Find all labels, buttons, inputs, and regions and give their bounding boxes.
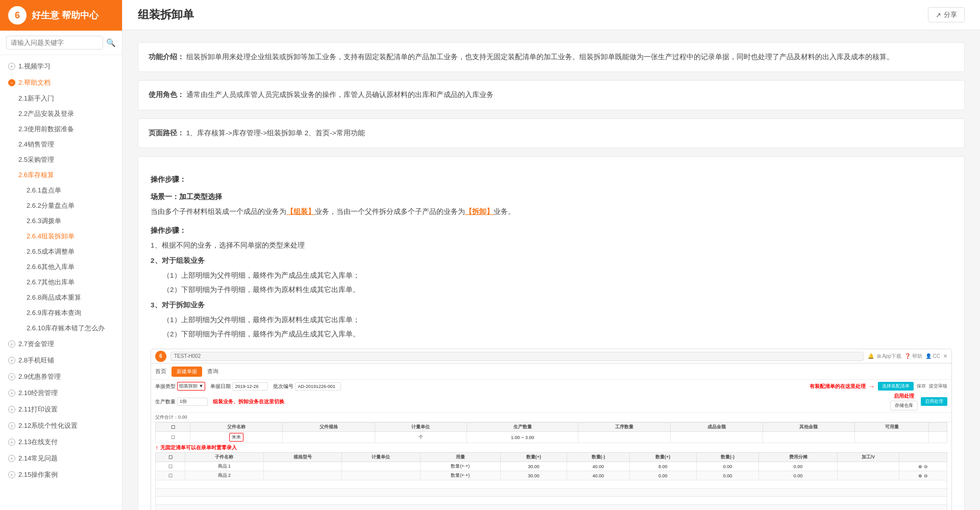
ss-td-sub-qm2: 0.00 bbox=[696, 462, 759, 471]
ss-th-sub-work: 加工/V bbox=[837, 453, 899, 462]
sidebar-item-210[interactable]: + 2.10经营管理 bbox=[0, 385, 122, 401]
table-row: ☐ 米米 个 1.00 ~ 3.00 bbox=[156, 432, 947, 443]
sidebar-item-27[interactable]: + 2.7资金管理 bbox=[0, 336, 122, 352]
ss-th-checkbox: ☐ bbox=[156, 423, 190, 432]
sidebar-item-label: 2.7资金管理 bbox=[18, 339, 54, 349]
expand-icon: + bbox=[8, 341, 15, 348]
sidebar-item-268[interactable]: 2.6.8商品成本重算 bbox=[0, 290, 122, 305]
screenshot-container: 6 TEST-H002 🔔 ⊞ App下载 ❓ 帮助 👤 CC ✕ bbox=[151, 349, 952, 510]
ss-btn-assembly[interactable]: 选择装配清单 bbox=[878, 382, 914, 391]
sidebar-item-265[interactable]: 2.6.5成本调整单 bbox=[0, 244, 122, 259]
table-row bbox=[156, 480, 947, 489]
sidebar-item-docs[interactable]: − 2.帮助文档 bbox=[0, 75, 122, 91]
ss-th-sub-dosage: 用量 bbox=[420, 453, 500, 462]
ss-enable-area: 启用处理 存储仓库 bbox=[890, 393, 918, 410]
ss-td-empty bbox=[156, 480, 947, 489]
nav-list: + 1.视频学习 − 2.帮助文档 2.1新手入门 2.2产品安装及登录 2.3… bbox=[0, 55, 122, 510]
collapse-icon: − bbox=[8, 79, 15, 86]
ss-th-unit: 计量单位 bbox=[375, 423, 467, 432]
ss-td-sub-work bbox=[837, 471, 899, 480]
operation-title: 操作步骤： bbox=[151, 175, 952, 184]
ss-th-sub-qtym2: 数量(-) bbox=[696, 453, 759, 462]
ss-td-amt bbox=[670, 432, 763, 443]
sidebar-item-266[interactable]: 2.6.6其他入库单 bbox=[0, 259, 122, 275]
sidebar-item-263[interactable]: 2.6.3调拨单 bbox=[0, 213, 122, 229]
ss-close-icon: ✕ bbox=[943, 353, 947, 359]
share-label: 分享 bbox=[944, 10, 957, 19]
steps-section: 操作步骤： 场景一：加工类型选择 当由多个子件材料组装成一个成品的业务为【组装】… bbox=[138, 156, 965, 510]
ss-td-sub-qp: 30.00 bbox=[500, 471, 567, 480]
sidebar-item-24[interactable]: 2.4销售管理 bbox=[0, 137, 122, 152]
sidebar-item-label: 2.8手机旺铺 bbox=[18, 356, 54, 365]
info-block-path: 页面路径： 1、库存核算->库存管理->组装拆卸单 2、首页->常用功能 bbox=[138, 118, 965, 148]
sidebar-item-23[interactable]: 2.3使用前数据准备 bbox=[0, 122, 122, 137]
sidebar-item-214[interactable]: + 2.14常见问题 bbox=[0, 450, 122, 467]
expand-icon: + bbox=[8, 422, 15, 429]
ss-th-spec: 父件规格 bbox=[282, 423, 375, 432]
sidebar-item-264[interactable]: 2.6.4组装拆卸单 bbox=[0, 229, 122, 244]
ss-form-row1: 单据类型 组装拆卸 ▼ 单据日期 2019-12-26 批次编号 AD-2019… bbox=[155, 382, 947, 391]
ss-qty-input: 1份 bbox=[177, 398, 208, 406]
ss-child-table: ☐ 子件名称 规格型号 计量单位 用量 数量(+) 数量(-) 数量(+) 数量… bbox=[155, 452, 947, 510]
ss-btn-save: 保存 bbox=[917, 383, 926, 390]
sidebar-header: 6 好生意 帮助中心 bbox=[0, 0, 122, 31]
sidebar-item-video[interactable]: + 1.视频学习 bbox=[0, 58, 122, 75]
sidebar-item-25[interactable]: 2.5采购管理 bbox=[0, 152, 122, 167]
ss-th-sub-cost: 费用分摊 bbox=[759, 453, 838, 462]
table-row bbox=[156, 505, 947, 510]
ss-arrow2: ↑ bbox=[155, 444, 158, 451]
sidebar-item-212[interactable]: + 2.12系统个性化设置 bbox=[0, 418, 122, 434]
sidebar-item-267[interactable]: 2.6.7其他出库单 bbox=[0, 275, 122, 290]
step-2: 2、对于组装业务 bbox=[151, 255, 952, 267]
ss-th-qty: 生产数量 bbox=[467, 423, 578, 432]
sidebar-item-28[interactable]: + 2.8手机旺铺 bbox=[0, 352, 122, 369]
ss-label-qty: 生产数量 bbox=[155, 398, 176, 405]
ss-td-sub-dos: 数量(+·+) bbox=[420, 471, 500, 480]
sidebar-item-261[interactable]: 2.6.1盘点单 bbox=[0, 183, 122, 198]
ss-enable-input: 存储仓库 bbox=[890, 401, 918, 410]
ss-browser-bar: 6 TEST-H002 🔔 ⊞ App下载 ❓ 帮助 👤 CC ✕ bbox=[151, 349, 951, 363]
sidebar-item-2610[interactable]: 2.6.10库存账本错了怎么办 bbox=[0, 321, 122, 336]
ss-parent-table: ☐ 父件名称 父件规格 计量单位 生产数量 工序数量 成品金额 其他金额 可用量 bbox=[155, 422, 947, 443]
search-button[interactable]: 🔍 bbox=[106, 38, 116, 47]
ss-batch-input: AD-20191226-001 bbox=[295, 382, 341, 391]
ss-td-other bbox=[763, 432, 855, 443]
step-3-1: （1）上部明细为父件明细，最终作为原材料生成其它出库单； bbox=[163, 314, 952, 326]
ss-td-empty3 bbox=[156, 497, 947, 505]
ss-td-sub-cost: 0.00 bbox=[759, 462, 838, 471]
sidebar: 6 好生意 帮助中心 🔍 + 1.视频学习 − 2.帮助文档 2.1新手入门 2… bbox=[0, 0, 122, 510]
ss-btn-enable[interactable]: 启用处理 bbox=[921, 397, 947, 406]
ss-table-container: ☐ 父件名称 父件规格 计量单位 生产数量 工序数量 成品金额 其他金额 可用量 bbox=[151, 422, 951, 510]
step-2-2: （2）下部明细为子件明细，最终作为原材料生成其它出库单。 bbox=[163, 284, 952, 296]
expand-icon: + bbox=[8, 390, 15, 397]
ss-td-sub-cost: 0.00 bbox=[759, 471, 838, 480]
expand-icon: + bbox=[8, 373, 15, 380]
ss-td-empty2 bbox=[156, 489, 947, 497]
ss-td-action bbox=[928, 432, 947, 443]
search-input[interactable] bbox=[6, 36, 103, 50]
sidebar-item-211[interactable]: + 2.11打印设置 bbox=[0, 401, 122, 418]
sidebar-item-label: 2.12系统个性化设置 bbox=[18, 421, 78, 430]
sidebar-item-label: 2.帮助文档 bbox=[18, 78, 51, 87]
share-button[interactable]: ↗ 分享 bbox=[928, 7, 965, 22]
ss-th-proc: 工序数量 bbox=[578, 423, 671, 432]
sidebar-item-21[interactable]: 2.1新手入门 bbox=[0, 91, 122, 106]
app-title: 好生意 帮助中心 bbox=[32, 9, 99, 21]
ss-td-check: ☐ bbox=[156, 432, 190, 443]
ss-td-sub-qp2: 8.00 bbox=[629, 462, 696, 471]
ss-td-sub-unit bbox=[342, 471, 421, 480]
ss-td-sub-qm: 40.00 bbox=[567, 462, 630, 471]
sidebar-item-22[interactable]: 2.2产品安装及登录 bbox=[0, 106, 122, 122]
sidebar-item-262[interactable]: 2.6.2分量盘点单 bbox=[0, 198, 122, 213]
ss-field-qty: 生产数量 1份 bbox=[155, 398, 208, 406]
sidebar-item-215[interactable]: + 2.15操作案例 bbox=[0, 467, 122, 483]
ss-th-sub-qtym: 数量(-) bbox=[567, 453, 630, 462]
expand-icon: + bbox=[8, 357, 15, 364]
sidebar-item-29[interactable]: + 2.9优惠券管理 bbox=[0, 369, 122, 385]
sidebar-item-26[interactable]: 2.6库存核算 bbox=[0, 167, 122, 183]
ss-icon-help: ❓ 帮助 bbox=[904, 353, 922, 360]
info-block-role: 使用角色： 通常由生产人员或库管人员完成拆装业务的操作，库管人员确认原材料的出库… bbox=[138, 80, 965, 110]
sidebar-item-213[interactable]: + 2.13在线支付 bbox=[0, 434, 122, 450]
sidebar-item-269[interactable]: 2.6.9库存账本查询 bbox=[0, 305, 122, 321]
ss-annotation-text4: 无固定清单可以在录单时置零录入 bbox=[160, 444, 237, 451]
